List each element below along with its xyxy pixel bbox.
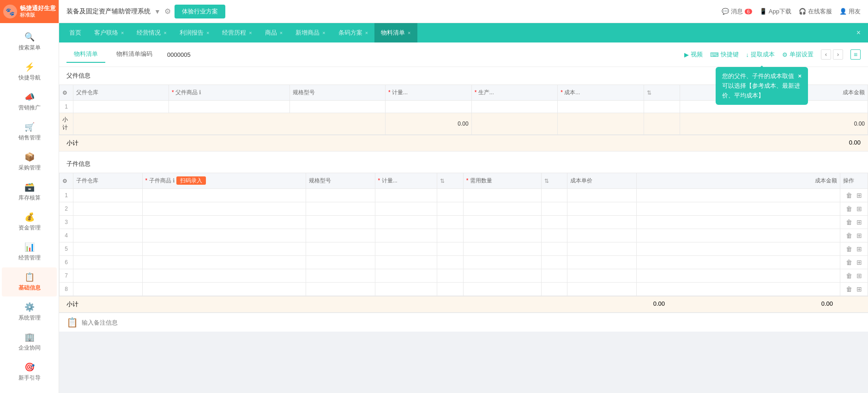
sidebar-item-system[interactable]: ⚙️ 系统管理 xyxy=(2,297,57,326)
extract-cost-btn[interactable]: ↓ 提取成本 xyxy=(746,50,775,59)
sidebar-item-marketing[interactable]: 📣 营销推广 xyxy=(2,87,57,116)
sidebar-item-quicknav[interactable]: ⚡ 快捷导航 xyxy=(2,57,57,86)
gear-icon[interactable]: ⚙ xyxy=(164,7,171,16)
child-row-5-warehouse[interactable] xyxy=(73,242,143,256)
close-tab-history[interactable]: × xyxy=(249,30,252,36)
parent-row-1-production[interactable] xyxy=(471,101,558,113)
child-row-5-product[interactable] xyxy=(142,242,306,256)
child-row-1-required-qty[interactable] xyxy=(463,189,541,202)
copy-row-3-btn[interactable]: ⊞ xyxy=(856,218,862,226)
child-row-5-required-qty[interactable] xyxy=(463,242,541,256)
copy-row-8-btn[interactable]: ⊞ xyxy=(856,285,862,293)
copy-row-7-btn[interactable]: ⊞ xyxy=(856,272,862,279)
child-row-7-spec[interactable] xyxy=(306,269,375,283)
child-row-6-spec[interactable] xyxy=(306,256,375,269)
copy-row-5-btn[interactable]: ⊞ xyxy=(856,245,862,253)
scan-badge[interactable]: 扫码录入 xyxy=(176,176,206,185)
shortcut-btn[interactable]: ⌨ 快捷键 xyxy=(710,50,739,59)
tab-bom[interactable]: 物料清单 × xyxy=(374,23,417,42)
child-row-4-product[interactable] xyxy=(142,229,306,242)
child-row-7-required-qty[interactable] xyxy=(463,269,541,283)
child-row-8-qty[interactable] xyxy=(375,283,437,296)
child-row-7-qty[interactable] xyxy=(375,269,437,283)
user-item[interactable]: 👤 用友 xyxy=(839,7,861,16)
copy-row-2-btn[interactable]: ⊞ xyxy=(856,205,862,212)
sidebar-item-basic[interactable]: 📋 基础信息 xyxy=(2,267,57,296)
sidebar-item-finance[interactable]: 💰 资金管理 xyxy=(2,207,57,236)
child-row-3-spec[interactable] xyxy=(306,216,375,229)
parent-row-1-cost[interactable] xyxy=(558,101,644,113)
tab-new-product[interactable]: 新增商品 × xyxy=(289,23,332,42)
child-row-8-spec[interactable] xyxy=(306,283,375,296)
sub-tab-bom-code[interactable]: 物料清单编码 xyxy=(109,46,160,63)
prev-btn[interactable]: ‹ xyxy=(821,49,831,60)
tab-products[interactable]: 商品 × xyxy=(259,23,289,42)
child-row-8-product[interactable] xyxy=(142,283,306,296)
copy-row-4-btn[interactable]: ⊞ xyxy=(856,232,862,239)
child-row-6-product[interactable] xyxy=(142,256,306,269)
parent-row-1-spec[interactable] xyxy=(290,101,386,113)
child-row-4-required-qty[interactable] xyxy=(463,229,541,242)
delete-row-2-btn[interactable]: 🗑 xyxy=(846,205,852,212)
close-tab-bom[interactable]: × xyxy=(408,30,410,36)
delete-row-4-btn[interactable]: 🗑 xyxy=(846,232,852,239)
remark-input[interactable] xyxy=(82,319,861,326)
copy-row-6-btn[interactable]: ⊞ xyxy=(856,259,862,266)
delete-row-6-btn[interactable]: 🗑 xyxy=(846,259,852,266)
sidebar-item-inventory[interactable]: 🗃️ 库存核算 xyxy=(2,177,57,206)
sidebar-item-operations[interactable]: 📊 经营管理 xyxy=(2,237,57,266)
single-settings-btn[interactable]: ⚙ 单据设置 xyxy=(782,50,814,59)
tab-home[interactable]: 首页 xyxy=(63,23,88,42)
child-row-7-product[interactable] xyxy=(142,269,306,283)
child-th-sort[interactable]: ⇅ xyxy=(437,173,463,189)
child-row-4-spec[interactable] xyxy=(306,229,375,242)
child-row-3-required-qty[interactable] xyxy=(463,216,541,229)
close-tab-new-product[interactable]: × xyxy=(322,30,325,36)
tab-operations[interactable]: 经营情况 × xyxy=(130,23,173,42)
parent-th-sort[interactable]: ⇅ xyxy=(644,85,680,101)
parent-row-1-product[interactable] xyxy=(169,101,289,113)
child-row-8-required-qty[interactable] xyxy=(463,283,541,296)
child-row-3-warehouse[interactable] xyxy=(73,216,143,229)
close-tab-products[interactable]: × xyxy=(280,30,283,36)
child-row-2-product[interactable] xyxy=(142,202,306,216)
trial-button[interactable]: 体验行业方案 xyxy=(175,5,225,18)
close-all-tabs-icon[interactable]: × xyxy=(853,29,864,37)
child-row-1-product[interactable] xyxy=(142,189,306,202)
sidebar-item-guide[interactable]: 🎯 新手引导 xyxy=(2,357,57,387)
tab-profit[interactable]: 利润报告 × xyxy=(173,23,216,42)
parent-th-settings[interactable]: ⚙ xyxy=(60,85,73,101)
child-row-4-qty[interactable] xyxy=(375,229,437,242)
child-row-3-qty[interactable] xyxy=(375,216,437,229)
child-row-2-qty[interactable] xyxy=(375,202,437,216)
child-row-2-warehouse[interactable] xyxy=(73,202,143,216)
close-tab-customer[interactable]: × xyxy=(121,30,124,36)
sidebar-item-purchase[interactable]: 📦 采购管理 xyxy=(2,147,57,176)
sub-tab-bom[interactable]: 物料清单 xyxy=(66,46,105,63)
child-row-8-warehouse[interactable] xyxy=(73,283,143,296)
delete-row-1-btn[interactable]: 🗑 xyxy=(846,192,852,199)
close-tab-profit[interactable]: × xyxy=(206,30,209,36)
child-row-1-spec[interactable] xyxy=(306,189,375,202)
child-th-settings[interactable]: ⚙ xyxy=(60,173,73,189)
close-tab-barcode[interactable]: × xyxy=(365,30,368,36)
video-btn[interactable]: ▶ 视频 xyxy=(684,50,703,59)
tab-history[interactable]: 经营历程 × xyxy=(216,23,258,42)
child-row-7-warehouse[interactable] xyxy=(73,269,143,283)
delete-row-3-btn[interactable]: 🗑 xyxy=(846,218,852,226)
next-btn[interactable]: › xyxy=(833,49,843,60)
tab-barcode[interactable]: 条码方案 × xyxy=(332,23,374,42)
parent-row-1-warehouse[interactable] xyxy=(73,101,169,113)
online-service-item[interactable]: 🎧 在线客服 xyxy=(799,7,832,16)
tooltip-close-btn[interactable]: × xyxy=(798,72,802,81)
child-row-3-product[interactable] xyxy=(142,216,306,229)
child-row-2-spec[interactable] xyxy=(306,202,375,216)
dropdown-arrow-icon[interactable]: ▼ xyxy=(154,8,161,15)
app-download-item[interactable]: 📱 App下载 xyxy=(760,7,791,16)
sidebar-item-sales[interactable]: 🛒 销售管理 xyxy=(2,117,57,146)
child-row-6-required-qty[interactable] xyxy=(463,256,541,269)
message-item[interactable]: 💬 消息 6 xyxy=(722,7,752,16)
parent-row-1-qty[interactable] xyxy=(386,101,472,113)
child-row-1-qty[interactable] xyxy=(375,189,437,202)
sidebar-item-search[interactable]: 🔍 搜索菜单 xyxy=(2,27,57,56)
